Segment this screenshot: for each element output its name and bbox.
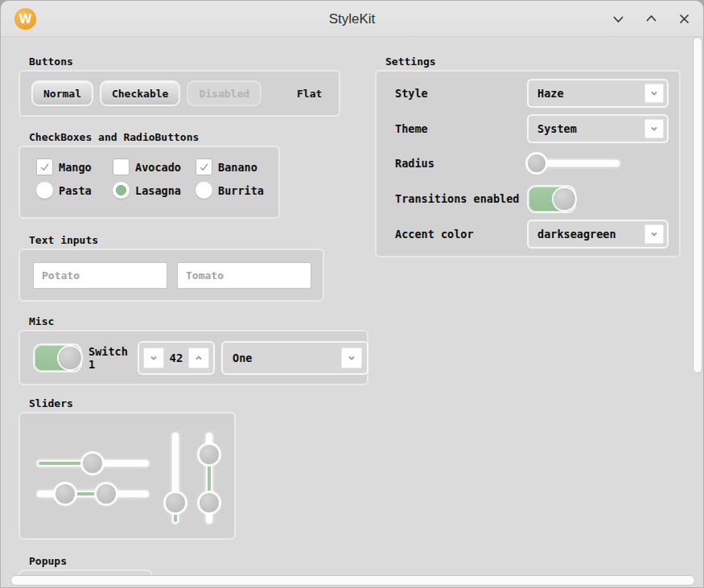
section-checks: CheckBoxes and RadioButtons Mango Avocad… (19, 132, 280, 219)
style-label: Style (395, 87, 529, 100)
radio-selected-icon (113, 182, 130, 199)
chevron-down-icon (611, 11, 626, 27)
sliders-panel (19, 412, 236, 540)
section-popups: Popups (19, 556, 152, 577)
theme-combobox[interactable]: System (529, 116, 667, 142)
tomato-input[interactable] (177, 262, 311, 289)
combobox-dropdown-button[interactable] (644, 84, 664, 103)
radius-label: Radius (395, 157, 529, 170)
section-sliders: Sliders (19, 398, 236, 540)
chevron-up-icon (644, 11, 659, 27)
spin-up-button[interactable] (188, 347, 209, 368)
combobox-dropdown-button[interactable] (341, 347, 362, 368)
section-misc: Misc Switch 1 42 One (19, 316, 368, 385)
radio-pasta[interactable]: Pasta (36, 182, 113, 199)
title-bar: W StyleKit (1, 1, 703, 37)
theme-value: System (529, 122, 577, 135)
section-checks-label: CheckBoxes and RadioButtons (29, 132, 280, 142)
chevron-down-icon (648, 228, 660, 240)
window-controls (607, 8, 694, 29)
checkbox-mango[interactable]: Mango (36, 158, 113, 175)
radius-slider-track[interactable] (529, 160, 620, 167)
accent-color-label: Accent color (395, 228, 529, 241)
checkbox-label: Mango (59, 161, 92, 174)
range-slider-handle-high[interactable] (97, 484, 116, 504)
radio-lasagna[interactable]: Lasagna (113, 182, 196, 199)
spinbox: 42 (139, 343, 213, 373)
section-misc-label: Misc (29, 316, 368, 327)
radio-row: Pasta Lasagna Burrita (36, 182, 278, 199)
checkable-button[interactable]: Checkable (101, 82, 179, 105)
style-combobox[interactable]: Haze (529, 80, 667, 106)
checkbox-checked-icon (36, 158, 53, 175)
misc-combobox[interactable]: One (223, 343, 367, 373)
chevron-up-icon (193, 352, 204, 364)
horizontal-slider-handle[interactable] (83, 454, 102, 473)
radio-label: Pasta (59, 184, 92, 197)
combobox-value: One (223, 352, 252, 364)
range-slider-handle-low[interactable] (56, 484, 75, 504)
minimize-button[interactable] (607, 8, 628, 29)
settings-row-radius: Radius (395, 146, 667, 182)
checkbox-label: Banano (218, 161, 257, 174)
vertical-range-handle-low[interactable] (200, 493, 219, 512)
radius-slider-handle[interactable] (528, 154, 545, 172)
style-value: Haze (529, 87, 564, 100)
checkbox-banano[interactable]: Banano (196, 158, 257, 175)
chevron-down-icon (648, 88, 660, 99)
combobox-dropdown-button[interactable] (644, 119, 664, 138)
section-popups-label: Popups (29, 556, 152, 566)
normal-button[interactable]: Normal (33, 82, 92, 105)
combobox-dropdown-button[interactable] (644, 224, 664, 244)
settings-row-accent: Accent color darkseagreen (395, 216, 667, 252)
settings-row-style: Style Haze (395, 76, 667, 111)
chevron-down-icon (148, 352, 159, 364)
disabled-button: Disabled (188, 82, 260, 105)
settings-row-theme: Theme System (395, 111, 667, 146)
settings-row-transitions: Transitions enabled (395, 181, 667, 216)
radio-label: Lasagna (135, 184, 181, 197)
theme-label: Theme (395, 122, 529, 135)
switch-1-toggle[interactable] (35, 345, 80, 371)
slider-fill (174, 512, 177, 522)
radio-unselected-icon (36, 182, 53, 199)
chevron-down-icon (346, 352, 357, 364)
section-sliders-label: Sliders (29, 398, 236, 409)
app-window: W StyleKit Buttons Normal Checkable Disa… (0, 0, 704, 588)
content-area: Buttons Normal Checkable Disabled Flat C… (1, 38, 703, 587)
settings-panel: Style Haze Theme System (375, 70, 681, 257)
switch-knob (59, 347, 81, 369)
horizontal-range-slider-track[interactable] (37, 491, 149, 497)
window-title: StyleKit (1, 1, 703, 37)
vertical-range-handle-high[interactable] (200, 445, 219, 464)
maximize-button[interactable] (640, 8, 661, 29)
transitions-toggle[interactable] (529, 187, 574, 212)
radio-label: Burrita (218, 184, 264, 197)
buttons-panel: Normal Checkable Disabled Flat (19, 70, 340, 117)
radio-unselected-icon (196, 182, 212, 199)
transitions-label: Transitions enabled (395, 192, 529, 205)
section-buttons-label: Buttons (29, 56, 340, 67)
misc-panel: Switch 1 42 One (19, 330, 368, 385)
chevron-down-icon (648, 123, 660, 134)
potato-input[interactable] (33, 262, 167, 289)
section-buttons: Buttons Normal Checkable Disabled Flat (19, 56, 340, 117)
close-button[interactable] (673, 8, 694, 29)
close-icon (677, 11, 692, 27)
section-text-inputs-label: Text inputs (29, 235, 324, 245)
accent-color-value: darkseagreen (529, 228, 616, 241)
spinbox-value[interactable]: 42 (164, 352, 188, 364)
checkbox-avocado[interactable]: Avocado (113, 158, 196, 175)
section-settings-label: Settings (385, 56, 681, 67)
vertical-scrollbar-thumb[interactable] (693, 37, 702, 373)
vertical-slider-handle[interactable] (166, 493, 185, 512)
radio-burrita[interactable]: Burrita (196, 182, 264, 199)
switch-knob (554, 188, 575, 210)
flat-button[interactable]: Flat (297, 82, 322, 105)
spin-down-button[interactable] (143, 347, 164, 368)
text-inputs-panel (19, 249, 324, 302)
checkbox-checked-icon (196, 158, 212, 175)
checks-panel: Mango Avocado Banano (19, 146, 280, 219)
horizontal-scrollbar-thumb[interactable] (10, 575, 695, 586)
accent-color-combobox[interactable]: darkseagreen (529, 221, 667, 247)
